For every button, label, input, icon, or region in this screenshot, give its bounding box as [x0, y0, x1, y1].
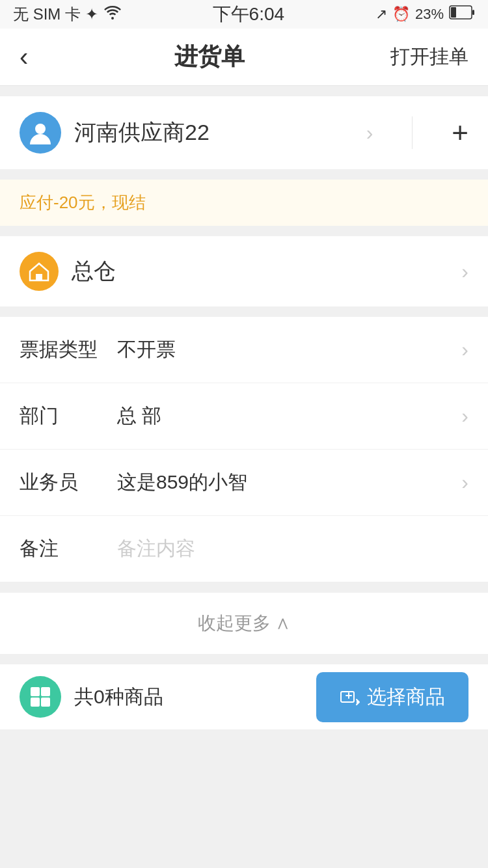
svg-rect-4: [36, 274, 42, 280]
remark-row[interactable]: 备注 备注内容: [0, 516, 488, 582]
status-time: 下午6:04: [213, 2, 285, 27]
warehouse-row[interactable]: 总仓 ›: [0, 236, 488, 306]
warehouse-icon-circle: [20, 252, 59, 291]
supplier-chevron-icon: ›: [366, 121, 373, 145]
department-row[interactable]: 部门 总 部 ›: [0, 383, 488, 450]
status-right: ↗ ⏰ 23%: [375, 5, 475, 23]
svg-rect-8: [41, 698, 50, 707]
svg-rect-6: [41, 687, 50, 696]
salesperson-value: 这是859的小智: [117, 469, 455, 496]
invoice-type-chevron-icon: ›: [461, 338, 468, 362]
svg-rect-2: [451, 7, 456, 18]
invoice-type-label: 票据类型: [20, 336, 111, 363]
wifi-icon: [103, 5, 122, 23]
select-product-button[interactable]: 选择商品: [316, 672, 468, 722]
nav-bar: ‹ 进货单 打开挂单: [0, 29, 488, 86]
sim-label: 无 SIM 卡 ✦: [13, 4, 98, 25]
location-icon: ↗: [375, 6, 387, 23]
invoice-type-row[interactable]: 票据类型 不开票 ›: [0, 317, 488, 383]
remark-label: 备注: [20, 536, 111, 562]
status-left: 无 SIM 卡 ✦: [13, 4, 122, 25]
battery-label: 23%: [415, 6, 444, 23]
product-count-label: 共0种商品: [74, 684, 316, 711]
supplier-name: 河南供应商22: [74, 118, 366, 148]
warehouse-name: 总仓: [72, 256, 461, 286]
plus-icon: +: [452, 118, 468, 147]
back-button[interactable]: ‹: [20, 42, 28, 72]
collapse-label: 收起更多 ∧: [198, 611, 291, 636]
remark-placeholder: 备注内容: [117, 536, 468, 562]
invoice-type-value: 不开票: [117, 336, 455, 363]
supplier-row[interactable]: 河南供应商22 ›: [0, 96, 412, 169]
department-chevron-icon: ›: [461, 404, 468, 428]
collapse-row[interactable]: 收起更多 ∧: [0, 592, 488, 654]
main-content: 河南供应商22 › + 应付-20元，现结 总仓 › 票据类型 不开票 ›: [0, 86, 488, 868]
department-value: 总 部: [117, 403, 455, 429]
bottom-bar: 共0种商品 选择商品: [0, 664, 488, 729]
salesperson-label: 业务员: [20, 469, 111, 496]
svg-point-3: [35, 124, 46, 134]
svg-rect-9: [341, 692, 354, 702]
battery-icon: [449, 5, 475, 23]
salesperson-chevron-icon: ›: [461, 470, 468, 495]
supplier-avatar: [20, 112, 61, 154]
salesperson-row[interactable]: 业务员 这是859的小智 ›: [0, 450, 488, 516]
department-label: 部门: [20, 403, 111, 429]
open-pending-button[interactable]: 打开挂单: [390, 44, 468, 70]
warehouse-chevron-icon: ›: [461, 260, 468, 284]
svg-rect-1: [472, 10, 474, 15]
status-bar: 无 SIM 卡 ✦ 下午6:04 ↗ ⏰ 23%: [0, 0, 488, 29]
form-section: 票据类型 不开票 › 部门 总 部 › 业务员 这是859的小智 › 备注 备注…: [0, 317, 488, 582]
svg-rect-7: [31, 698, 40, 707]
alarm-icon: ⏰: [392, 6, 410, 23]
product-icon-circle: [20, 676, 61, 718]
page-title: 进货单: [174, 41, 245, 73]
svg-rect-5: [31, 687, 40, 696]
add-supplier-button[interactable]: +: [432, 96, 488, 169]
select-product-label: 选择商品: [367, 684, 445, 711]
notice-banner: 应付-20元，现结: [0, 180, 488, 226]
